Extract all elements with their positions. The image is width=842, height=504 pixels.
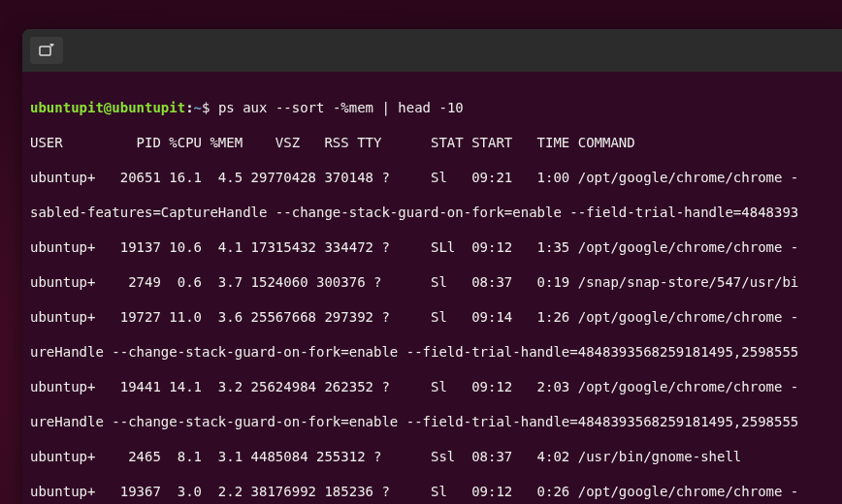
output-row: ubuntup+ 20651 16.1 4.5 29770428 370148 …: [30, 169, 834, 186]
output-row: ubuntup+ 19137 10.6 4.1 17315432 334472 …: [30, 238, 834, 256]
output-row: ureHandle --change-stack-guard-on-fork=e…: [30, 343, 834, 361]
output-row: ubuntup+ 2749 0.6 3.7 1524060 300376 ? S…: [30, 273, 834, 291]
prompt-line: ubuntupit@ubuntupit:~$ ps aux --sort -%m…: [30, 99, 834, 116]
titlebar: [22, 29, 842, 73]
prompt-user-host: ubuntupit@ubuntupit: [30, 100, 185, 115]
prompt-path: ~: [194, 100, 202, 115]
terminal-window: ubuntupit@ubuntupit:~$ ps aux --sort -%m…: [22, 29, 842, 504]
output-row: ureHandle --change-stack-guard-on-fork=e…: [30, 413, 834, 430]
output-row: ubuntup+ 19367 3.0 2.2 38176992 185236 ?…: [30, 483, 834, 500]
new-tab-button[interactable]: [30, 37, 63, 64]
output-row: ubuntup+ 2465 8.1 3.1 4485084 255312 ? S…: [30, 448, 834, 465]
new-tab-icon: [39, 44, 54, 57]
prompt-colon: :: [185, 100, 193, 115]
output-row: ubuntup+ 19727 11.0 3.6 25567668 297392 …: [30, 308, 834, 326]
svg-rect-0: [40, 47, 50, 55]
command-text: ps aux --sort -%mem | head -10: [210, 100, 463, 115]
output-row: sabled-features=CaptureHandle --change-s…: [30, 204, 834, 221]
output-header: USER PID %CPU %MEM VSZ RSS TTY STAT STAR…: [30, 134, 834, 151]
output-row: ubuntup+ 19441 14.1 3.2 25624984 262352 …: [30, 378, 834, 395]
terminal-body[interactable]: ubuntupit@ubuntupit:~$ ps aux --sort -%m…: [22, 72, 842, 504]
